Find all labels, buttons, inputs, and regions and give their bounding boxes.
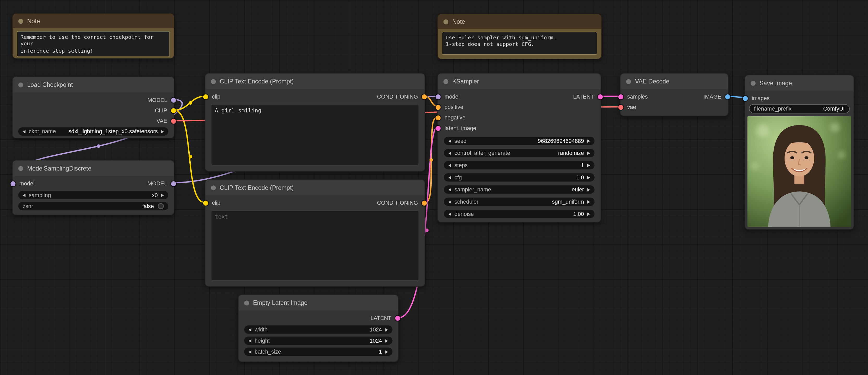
collapse-dot-icon[interactable] (751, 81, 755, 86)
node-title-bar[interactable]: Load Checkpoint (13, 77, 174, 92)
conditioning-output-port[interactable] (422, 200, 427, 205)
note-text[interactable]: Remember to use the correct checkpoint f… (17, 31, 170, 57)
collapse-dot-icon[interactable] (443, 19, 448, 24)
combo-right-arrow-icon[interactable] (587, 200, 590, 204)
vae-output-port[interactable] (171, 118, 176, 123)
control-after-generate-combo[interactable]: control_after_generate randomize (444, 149, 594, 157)
steps-stepper[interactable]: steps 1 (444, 161, 594, 169)
port-label: VAE (156, 118, 167, 124)
note-node-sampler[interactable]: Note Use Euler sampler with sgm_uniform.… (437, 14, 602, 59)
scheduler-combo[interactable]: scheduler sgm_uniform (444, 198, 594, 206)
empty-latent-image-node[interactable]: Empty Latent Image LATENT width 1024 hei… (238, 294, 399, 362)
node-title-bar[interactable]: VAE Decode (620, 73, 728, 89)
combo-left-arrow-icon[interactable] (448, 188, 451, 191)
stepper-right-arrow-icon[interactable] (587, 163, 590, 167)
sampler-name-combo[interactable]: sampler_name euler (444, 185, 594, 194)
latent-output-port[interactable] (395, 316, 400, 320)
note-title-bar[interactable]: Note (438, 14, 601, 29)
model-sampling-discrete-node[interactable]: ModelSamplingDiscrete model MODEL sampli… (12, 160, 175, 215)
save-image-node[interactable]: Save Image images filename_prefix ComfyU… (745, 75, 854, 230)
toggle-knob-icon[interactable] (158, 203, 164, 209)
stepper-right-arrow-icon[interactable] (385, 350, 388, 353)
clip-output-port[interactable] (171, 108, 176, 113)
combo-left-arrow-icon[interactable] (448, 200, 451, 204)
samples-input-port[interactable] (618, 94, 623, 99)
clip-input-port[interactable] (203, 94, 208, 99)
prompt-textarea[interactable]: text (211, 211, 419, 281)
node-title-bar[interactable]: CLIP Text Encode (Prompt) (205, 180, 424, 195)
combo-left-arrow-icon[interactable] (23, 193, 26, 197)
sampling-combo[interactable]: sampling x0 (18, 191, 168, 199)
collapse-dot-icon[interactable] (626, 79, 631, 84)
node-title-bar[interactable]: Empty Latent Image (239, 295, 398, 310)
note-text[interactable]: Use Euler sampler with sgm_uniform. 1-st… (442, 32, 597, 55)
batch-size-stepper[interactable]: batch_size 1 (244, 348, 393, 356)
vae-input-port[interactable] (618, 104, 623, 110)
node-graph-canvas[interactable]: Note Remember to use the correct checkpo… (0, 0, 868, 375)
seed-stepper[interactable]: seed 968269694694889 (444, 137, 594, 145)
negative-input-port[interactable] (436, 115, 440, 120)
cfg-stepper[interactable]: cfg 1.0 (444, 173, 594, 182)
filename-prefix-field[interactable]: filename_prefix ComfyUI (750, 104, 849, 113)
widget-value: 1024 (366, 326, 382, 333)
clip-input-port[interactable] (203, 200, 208, 205)
node-title-bar[interactable]: KSampler (438, 73, 601, 89)
note-node-checkpoint[interactable]: Note Remember to use the correct checkpo… (12, 13, 175, 59)
collapse-dot-icon[interactable] (18, 166, 23, 171)
model-output-port[interactable] (171, 97, 176, 102)
stepper-right-arrow-icon[interactable] (587, 212, 590, 216)
node-title-bar[interactable]: Save Image (745, 75, 854, 91)
collapse-dot-icon[interactable] (18, 19, 23, 24)
vae-decode-node[interactable]: VAE Decode samples IMAGE vae (620, 73, 728, 116)
latent-output-port[interactable] (598, 94, 603, 99)
positive-input-port[interactable] (436, 104, 440, 110)
model-input-port[interactable] (10, 181, 16, 186)
latent-image-input-port[interactable] (436, 126, 440, 131)
combo-left-arrow-icon[interactable] (23, 130, 26, 133)
stepper-left-arrow-icon[interactable] (249, 339, 251, 342)
collapse-dot-icon[interactable] (211, 185, 216, 190)
model-input-port[interactable] (436, 94, 440, 99)
height-stepper[interactable]: height 1024 (244, 336, 393, 345)
ckpt-name-combo[interactable]: ckpt_name sdxl_lightning_1step_x0.safete… (18, 127, 168, 135)
combo-right-arrow-icon[interactable] (587, 188, 590, 191)
stepper-left-arrow-icon[interactable] (448, 163, 451, 167)
combo-right-arrow-icon[interactable] (161, 130, 164, 133)
stepper-left-arrow-icon[interactable] (448, 212, 451, 216)
prompt-textarea[interactable]: A girl smiling (211, 104, 419, 165)
node-title-bar[interactable]: ModelSamplingDiscrete (13, 160, 174, 176)
note-title-bar[interactable]: Note (13, 14, 174, 28)
stepper-left-arrow-icon[interactable] (448, 139, 451, 143)
clip-text-encode-positive-node[interactable]: CLIP Text Encode (Prompt) clip CONDITION… (205, 73, 425, 171)
stepper-right-arrow-icon[interactable] (385, 339, 388, 342)
stepper-right-arrow-icon[interactable] (587, 139, 590, 143)
collapse-dot-icon[interactable] (443, 79, 448, 84)
node-title-bar[interactable]: CLIP Text Encode (Prompt) (205, 73, 424, 89)
collapse-dot-icon[interactable] (211, 79, 216, 84)
stepper-left-arrow-icon[interactable] (448, 176, 451, 179)
stepper-right-arrow-icon[interactable] (587, 176, 590, 179)
port-label: LATENT (573, 94, 594, 100)
wire-clip-to-negative-prompt (175, 110, 205, 202)
combo-right-arrow-icon[interactable] (161, 193, 164, 197)
link-midpoint-dot (97, 145, 100, 148)
ksampler-node[interactable]: KSampler model LATENT positive negative … (437, 73, 601, 222)
stepper-right-arrow-icon[interactable] (385, 328, 388, 332)
image-output-port[interactable] (725, 94, 730, 99)
stepper-left-arrow-icon[interactable] (249, 350, 251, 353)
collapse-dot-icon[interactable] (18, 82, 23, 87)
clip-text-encode-negative-node[interactable]: CLIP Text Encode (Prompt) clip CONDITION… (205, 180, 425, 287)
images-input-port[interactable] (743, 96, 748, 101)
collapse-dot-icon[interactable] (244, 300, 249, 305)
widget-label: control_after_generate (454, 150, 510, 156)
stepper-left-arrow-icon[interactable] (249, 328, 251, 332)
denoise-stepper[interactable]: denoise 1.00 (444, 210, 594, 218)
load-checkpoint-node[interactable]: Load Checkpoint MODEL CLIP VAE ckpt_name… (12, 76, 175, 138)
combo-right-arrow-icon[interactable] (587, 151, 590, 155)
conditioning-output-port[interactable] (422, 94, 427, 99)
zsnr-toggle[interactable]: zsnr false (18, 202, 168, 211)
width-stepper[interactable]: width 1024 (244, 325, 393, 334)
wire-clip-to-positive-prompt (175, 96, 205, 110)
combo-left-arrow-icon[interactable] (448, 151, 451, 155)
model-output-port[interactable] (171, 181, 176, 186)
